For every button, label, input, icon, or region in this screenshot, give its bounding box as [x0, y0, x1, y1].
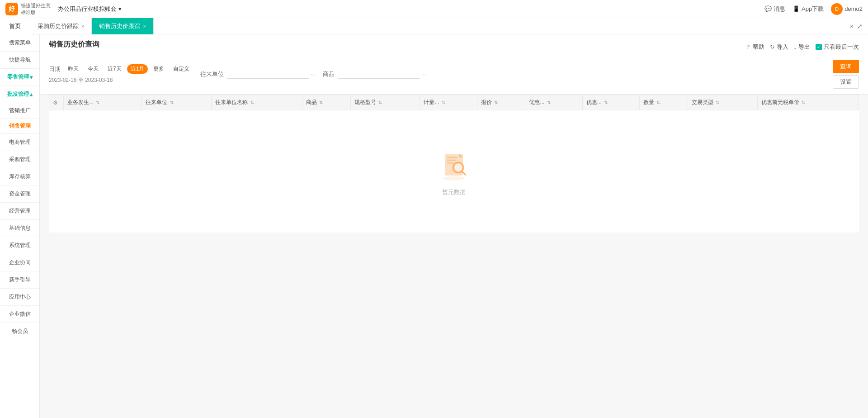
- settings-button[interactable]: 设置: [833, 75, 859, 89]
- goods-lookup-button[interactable]: ···: [421, 71, 426, 78]
- date-btn-yesterday[interactable]: 昨天: [64, 64, 82, 74]
- tab-actions: × ⤢: [844, 23, 868, 30]
- th-pre-tax-price[interactable]: 优惠前无税单价 ⇅: [757, 95, 859, 110]
- sidebar-item-quick-nav[interactable]: 快捷导航: [0, 52, 39, 69]
- sidebar-item-wholesale[interactable]: 批发管理 ▴: [0, 86, 39, 103]
- only-last-checkbox-label[interactable]: ✓ 只看最后一次: [816, 43, 859, 51]
- filter-area: 日期 昨天 今天 近7天 近1月 更多 自定义 2023-02-18 至 202…: [40, 54, 868, 95]
- top-bar-right: 💬 消息 📱 App下载 D demo2: [764, 3, 863, 15]
- only-last-checkbox[interactable]: ✓: [816, 44, 822, 50]
- partner-filter-group: 往来单位 ···: [200, 70, 316, 79]
- sidebar-item-enterprise[interactable]: 企业协同: [0, 254, 39, 271]
- date-range-display: 2023-02-18 至 2023-03-18: [49, 76, 193, 84]
- sidebar-item-app-center[interactable]: 应用中心: [0, 289, 39, 306]
- goods-input[interactable]: [338, 70, 420, 79]
- sidebar-item-search[interactable]: 搜索菜单: [0, 34, 39, 52]
- th-business-date[interactable]: 业务发生... ⇅: [64, 95, 142, 110]
- app-download-button[interactable]: 📱 App下载: [793, 5, 824, 13]
- date-btn-7days[interactable]: 近7天: [104, 64, 125, 74]
- close-sales-tab-icon[interactable]: ×: [143, 24, 146, 29]
- sort-arrows-pre-tax-price: ⇅: [802, 100, 805, 105]
- main-layout: 搜索菜单 快捷导航 零售管理 ▾ 批发管理 ▴ 营销推广 销售管理 电商管理 采…: [0, 34, 868, 418]
- sort-arrows-trade-type: ⇅: [716, 100, 719, 105]
- sidebar-item-newbie[interactable]: 新手引导: [0, 271, 39, 289]
- app-selector[interactable]: 办公用品行业模拟账套 ▾: [54, 5, 125, 13]
- logo-icon: 好: [5, 3, 18, 15]
- tab-home[interactable]: 首页: [0, 18, 30, 34]
- user-menu[interactable]: D demo2: [831, 3, 863, 15]
- th-quote[interactable]: 报价 ⇅: [477, 95, 525, 110]
- help-button[interactable]: ？ 帮助: [745, 43, 764, 51]
- th-partner-code[interactable]: 往来单位 ⇅: [142, 95, 212, 110]
- fullscreen-button[interactable]: ⤢: [857, 23, 863, 30]
- sidebar-item-finance[interactable]: 资金管理: [0, 185, 39, 203]
- close-all-tabs-button[interactable]: ×: [850, 23, 854, 30]
- page-title: 销售历史价查询: [49, 40, 99, 49]
- top-bar: 好 畅捷通好生意 标准版 办公用品行业模拟账套 ▾ 💬 消息 📱 App下载 D…: [0, 0, 868, 18]
- chevron-down-icon: ▾: [118, 5, 122, 12]
- th-partner-name[interactable]: 往来单位名称 ⇅: [212, 95, 302, 110]
- message-icon: 💬: [764, 5, 772, 12]
- partner-input[interactable]: [227, 70, 309, 79]
- th-discount1[interactable]: 优惠... ⇅: [525, 95, 582, 110]
- table-container: ⚙ 业务发生... ⇅ 往来单位 ⇅ 往来单位名称 ⇅: [40, 95, 868, 418]
- tab-sales-history[interactable]: 销售历史价跟踪 ×: [92, 18, 153, 34]
- chevron-up-icon: ▴: [30, 91, 33, 98]
- date-btn-custom[interactable]: 自定义: [170, 64, 193, 74]
- date-filter-col: 日期 昨天 今天 近7天 近1月 更多 自定义 2023-02-18 至 202…: [49, 64, 193, 84]
- header-actions: ？ 帮助 ↻ 导入 ↓ 导出 ✓ 只看最后一次: [745, 43, 859, 51]
- th-spec[interactable]: 规格型号 ⇅: [350, 95, 420, 110]
- message-button[interactable]: 💬 消息: [764, 5, 785, 13]
- sidebar-item-marketing[interactable]: 营销推广: [0, 103, 39, 119]
- sidebar-item-system[interactable]: 系统管理: [0, 237, 39, 254]
- date-btn-1month[interactable]: 近1月: [127, 64, 148, 74]
- sort-arrows-spec: ⇅: [378, 100, 382, 105]
- sidebar-item-basic-info[interactable]: 基础信息: [0, 220, 39, 237]
- filter-buttons: 查询 设置: [833, 60, 859, 89]
- filter-row: 日期 昨天 今天 近7天 近1月 更多 自定义 2023-02-18 至 202…: [49, 60, 859, 89]
- top-bar-left: 好 畅捷通好生意 标准版 办公用品行业模拟账套 ▾: [5, 2, 125, 15]
- table-head: ⚙ 业务发生... ⇅ 往来单位 ⇅ 往来单位名称 ⇅: [49, 95, 859, 110]
- goods-filter-label: 商品: [323, 70, 335, 78]
- th-discount2[interactable]: 优惠... ⇅: [582, 95, 639, 110]
- svg-point-6: [455, 164, 462, 171]
- table-body: 暂元数据: [49, 110, 859, 233]
- partner-filter-label: 往来单位: [200, 70, 224, 78]
- date-btn-today[interactable]: 今天: [84, 64, 102, 74]
- table-gear-icon[interactable]: ⚙: [53, 100, 58, 106]
- sort-arrows-discount2: ⇅: [604, 100, 608, 105]
- tab-purchase-history[interactable]: 采购历史价跟踪 ×: [30, 18, 92, 34]
- date-btn-more[interactable]: 更多: [150, 64, 168, 74]
- sidebar-item-operations[interactable]: 经营管理: [0, 203, 39, 220]
- sort-arrows-quote: ⇅: [494, 100, 498, 105]
- svg-rect-2: [447, 157, 458, 157]
- partner-lookup-button[interactable]: ···: [311, 71, 316, 78]
- logo-area: 好 畅捷通好生意 标准版: [5, 2, 51, 15]
- page-title-row: 销售历史价查询 ？ 帮助 ↻ 导入 ↓ 导出 ✓: [49, 40, 859, 54]
- sidebar-item-wechat[interactable]: 企业微信: [0, 306, 39, 323]
- sidebar: 搜索菜单 快捷导航 零售管理 ▾ 批发管理 ▴ 营销推广 销售管理 电商管理 采…: [0, 34, 40, 418]
- th-goods[interactable]: 商品 ⇅: [302, 95, 351, 110]
- th-quantity[interactable]: 数量 ⇅: [640, 95, 688, 110]
- sidebar-item-membership[interactable]: 畅会员: [0, 323, 39, 340]
- th-unit[interactable]: 计量... ⇅: [420, 95, 477, 110]
- sort-arrows-goods: ⇅: [319, 100, 323, 105]
- query-button[interactable]: 查询: [833, 60, 859, 73]
- sidebar-item-sales-mgmt[interactable]: 销售管理: [0, 119, 39, 134]
- table-header-row: ⚙ 业务发生... ⇅ 往来单位 ⇅ 往来单位名称 ⇅: [49, 95, 859, 110]
- th-trade-type[interactable]: 交易类型 ⇅: [688, 95, 757, 110]
- date-filter-label: 日期: [49, 65, 61, 73]
- sidebar-item-purchase[interactable]: 采购管理: [0, 151, 39, 168]
- sidebar-item-retail[interactable]: 零售管理 ▾: [0, 69, 39, 86]
- export-button[interactable]: ↓ 导出: [794, 43, 811, 51]
- partner-input-group: ···: [227, 70, 316, 79]
- sidebar-item-inventory[interactable]: 库存核算: [0, 168, 39, 185]
- sort-arrows-business-date: ⇅: [96, 100, 99, 105]
- close-purchase-tab-icon[interactable]: ×: [81, 24, 84, 29]
- import-button[interactable]: ↻ 导入: [770, 43, 788, 51]
- sort-arrows-unit: ⇅: [442, 100, 445, 105]
- sidebar-item-ecommerce[interactable]: 电商管理: [0, 134, 39, 151]
- content-area: 销售历史价查询 ？ 帮助 ↻ 导入 ↓ 导出 ✓: [40, 34, 868, 418]
- sort-arrows-partner-name: ⇅: [250, 100, 254, 105]
- empty-state: 暂元数据: [49, 110, 859, 233]
